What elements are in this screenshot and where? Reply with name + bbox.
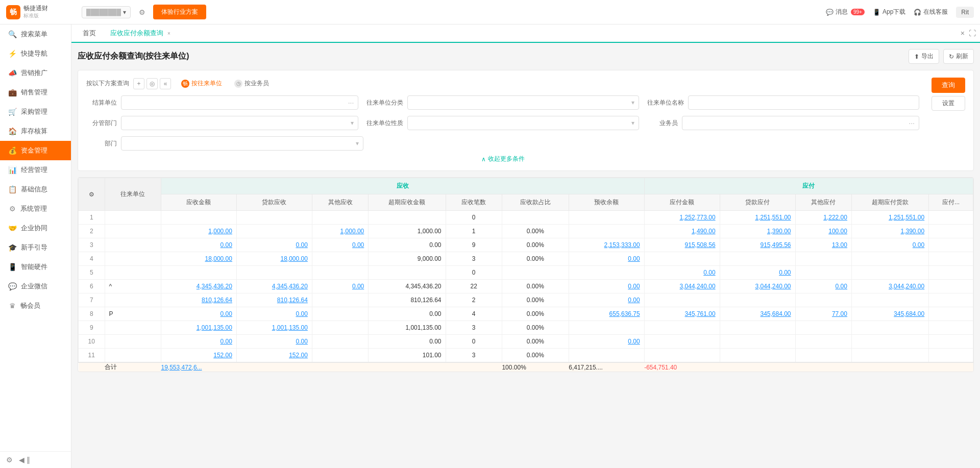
cell-r6-c12[interactable]: 0.00	[795, 280, 851, 293]
cell-r3-c10[interactable]: 915,508.56	[644, 238, 720, 252]
company-selector[interactable]: ████████ ▾	[82, 6, 131, 18]
cell-r3-c13[interactable]: 0.00	[851, 238, 928, 252]
cell-r8-c11[interactable]: 345,684.00	[720, 307, 795, 321]
sidebar-item-wechat[interactable]: 💬 企业微信	[0, 277, 71, 296]
collapse-button[interactable]: ∧ 收起更多条件	[481, 155, 525, 163]
tab-maximize-icon[interactable]: ⛶	[969, 29, 976, 37]
cell-r2-c5[interactable]: 1,000.00	[312, 225, 368, 238]
user-info[interactable]: Rit	[956, 7, 974, 18]
cell-r2-c11[interactable]: 1,390.00	[720, 225, 795, 238]
cell-r11-c4[interactable]: 152.00	[236, 349, 312, 363]
cell-r6-c10[interactable]: 3,044,240.00	[644, 280, 720, 293]
cell-r3-c5[interactable]: 0.00	[312, 238, 368, 252]
sidebar-item-operation[interactable]: 📊 经营管理	[0, 160, 71, 180]
total-recv-amount[interactable]: 19,553,472,6...	[161, 362, 237, 372]
dept-input[interactable]: ▾	[121, 116, 358, 130]
cell-r2-c12[interactable]: 100.00	[795, 225, 851, 238]
sidebar-item-quicknav[interactable]: ⚡ 快捷导航	[0, 44, 71, 63]
cell-r1-c12[interactable]: 1,222.00	[795, 211, 851, 225]
export-button[interactable]: ⬆ 导出	[909, 49, 939, 64]
tab-minimize-icon[interactable]: ×	[961, 29, 965, 37]
scheme-option-salesperson[interactable]: ◷ 按业务员	[230, 78, 273, 89]
sidebar-item-search[interactable]: 🔍 搜索菜单	[0, 24, 71, 44]
scheme-back-btn[interactable]: «	[160, 78, 171, 89]
cell-r6-c5[interactable]: 0.00	[312, 280, 368, 293]
cell-r7-c9[interactable]: 0.00	[569, 293, 644, 307]
cell-r2-c10[interactable]: 1,490.00	[644, 225, 720, 238]
cell-r5-c11[interactable]: 0.00	[720, 266, 795, 280]
cell-r10-c13	[851, 335, 928, 349]
cell-r9-c4[interactable]: 1,001,135.00	[236, 321, 312, 335]
app-download-btn[interactable]: 📱 App下载	[873, 8, 905, 16]
cell-r3-c12[interactable]: 13.00	[795, 238, 851, 252]
refresh-icon: ↻	[949, 53, 954, 60]
sidebar-item-finance[interactable]: 💰 资金管理	[0, 141, 71, 160]
settings-button[interactable]: 设置	[932, 96, 965, 111]
cell-r6-c4[interactable]: 4,345,436.20	[236, 280, 312, 293]
cell-r8-c13[interactable]: 345,684.00	[851, 307, 928, 321]
cell-r1-c11[interactable]: 1,251,551.00	[720, 211, 795, 225]
promo-button[interactable]: 体验行业方案	[153, 5, 206, 19]
cell-r2-c3[interactable]: 1,000.00	[161, 225, 237, 238]
cell-r2-c13[interactable]: 1,390.00	[851, 225, 928, 238]
settlement-input[interactable]: ···	[121, 95, 358, 110]
dept2-input[interactable]: ▾	[121, 136, 363, 151]
cell-r3-c9[interactable]: 2,153,333.00	[569, 238, 644, 252]
cell-r1-c13[interactable]: 1,251,551.00	[851, 211, 928, 225]
partner-category-input[interactable]: ▾	[407, 95, 639, 110]
cell-r8-c4[interactable]: 0.00	[236, 307, 312, 321]
cell-r8-c10[interactable]: 345,761.00	[644, 307, 720, 321]
collapse-icon[interactable]: ◀ ‖	[19, 456, 30, 464]
th-gear[interactable]: ⚙	[79, 178, 105, 211]
cell-r4-c4[interactable]: 18,000.00	[236, 252, 312, 266]
partner-nature-input[interactable]: ▾	[407, 116, 639, 130]
cell-r7-c3[interactable]: 810,126.64	[161, 293, 237, 307]
cell-r6-c9[interactable]: 0.00	[569, 280, 644, 293]
sidebar-item-system[interactable]: ⚙ 系统管理	[0, 199, 71, 218]
cell-r3-c11[interactable]: 915,495.56	[720, 238, 795, 252]
cell-r6-c3[interactable]: 4,345,436.20	[161, 280, 237, 293]
cell-r10-c9[interactable]: 0.00	[569, 335, 644, 349]
scheme-option-partner[interactable]: 畅 按往来单位	[177, 78, 226, 89]
cell-r8-c9[interactable]: 655,636.75	[569, 307, 644, 321]
cell-r9-c3[interactable]: 1,001,135.00	[161, 321, 237, 335]
cell-r4-c9[interactable]: 0.00	[569, 252, 644, 266]
sidebar-item-basic[interactable]: 📋 基础信息	[0, 180, 71, 199]
sidebar-item-member[interactable]: ♛ 畅会员	[0, 296, 71, 315]
sidebar-label-quicknav: 快捷导航	[21, 49, 47, 58]
salesperson-input[interactable]: ···	[682, 116, 919, 130]
sidebar-item-inventory[interactable]: 🏠 库存核算	[0, 121, 71, 141]
cell-r10-c4[interactable]: 0.00	[236, 335, 312, 349]
scheme-target-btn[interactable]: ◎	[146, 78, 158, 89]
settings-icon[interactable]: ⚙	[135, 5, 149, 19]
sidebar-item-purchase[interactable]: 🛒 采购管理	[0, 102, 71, 121]
cell-r11-c3[interactable]: 152.00	[161, 349, 237, 363]
sidebar-item-collab[interactable]: 🤝 企业协同	[0, 218, 71, 238]
sidebar-item-guide[interactable]: 🎓 新手引导	[0, 238, 71, 257]
cell-r6-c11[interactable]: 3,044,240.00	[720, 280, 795, 293]
guide-icon: 🎓	[8, 243, 17, 252]
tab-home[interactable]: 首页	[76, 24, 103, 43]
sidebar-item-marketing[interactable]: 📣 营销推广	[0, 63, 71, 83]
scheme-add-btn[interactable]: +	[133, 78, 144, 89]
refresh-button[interactable]: ↻ 刷新	[943, 49, 974, 64]
query-button[interactable]: 查询	[932, 78, 965, 93]
cell-r5-c10[interactable]: 0.00	[644, 266, 720, 280]
messages-btn[interactable]: 💬 消息 99+	[826, 8, 865, 16]
online-service-btn[interactable]: 🎧 在线客服	[914, 8, 948, 16]
cell-r6-c13[interactable]: 3,044,240.00	[851, 280, 928, 293]
tab-receivable-query[interactable]: 应收应付余额查询 ×	[103, 24, 178, 43]
cell-r1-c10[interactable]: 1,252,773.00	[644, 211, 720, 225]
cell-r4-c3[interactable]: 18,000.00	[161, 252, 237, 266]
cell-r10-c3[interactable]: 0.00	[161, 335, 237, 349]
cell-r8-c3[interactable]: 0.00	[161, 307, 237, 321]
settings-bottom-icon[interactable]: ⚙	[6, 456, 13, 464]
cell-r3-c4[interactable]: 0.00	[236, 238, 312, 252]
cell-r3-c3[interactable]: 0.00	[161, 238, 237, 252]
sidebar-item-sales[interactable]: 💼 销售管理	[0, 83, 71, 102]
partner-name-input[interactable]	[688, 95, 919, 110]
cell-r8-c12[interactable]: 77.00	[795, 307, 851, 321]
sidebar-item-hardware[interactable]: 📱 智能硬件	[0, 257, 71, 277]
cell-r7-c4[interactable]: 810,126.64	[236, 293, 312, 307]
tab-close-btn[interactable]: ×	[167, 31, 170, 36]
